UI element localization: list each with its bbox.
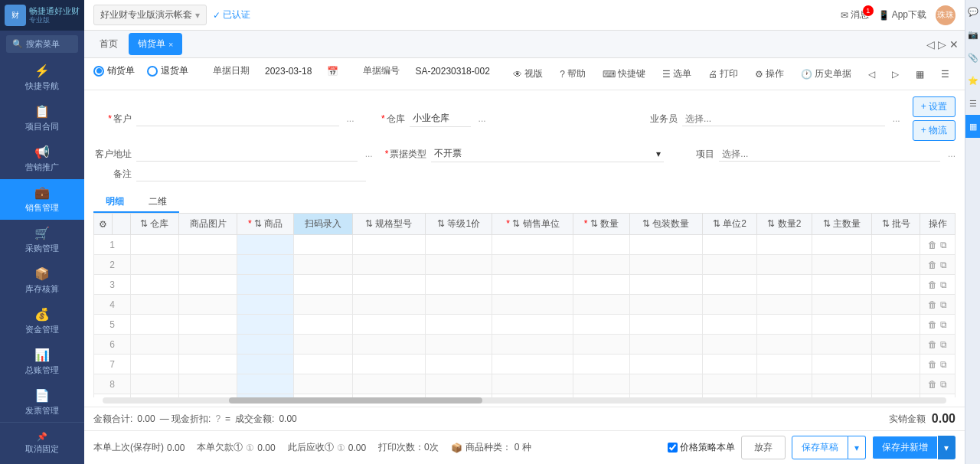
col-settings[interactable]: ⚙ <box>94 214 113 235</box>
table-cell[interactable] <box>702 275 757 295</box>
tab-next-button[interactable]: ▷ <box>938 38 946 51</box>
table-cell[interactable] <box>872 255 920 275</box>
table-cell[interactable] <box>872 275 920 295</box>
customer-input[interactable] <box>136 112 339 126</box>
table-cell[interactable] <box>352 295 425 315</box>
table-cell[interactable] <box>812 275 872 295</box>
tab-close-button[interactable]: ✕ <box>949 38 959 51</box>
table-cell[interactable] <box>492 235 573 255</box>
save-draft-button[interactable]: 保存草稿 <box>792 436 848 459</box>
table-cell[interactable] <box>872 335 920 355</box>
table-cell[interactable] <box>702 355 757 374</box>
table-cell[interactable] <box>352 315 425 335</box>
table-cell[interactable] <box>178 335 237 355</box>
tab-home[interactable]: 首页 <box>90 33 127 55</box>
table-cell[interactable] <box>757 335 812 355</box>
table-cell[interactable] <box>178 255 237 275</box>
company-selector[interactable]: 好业财专业版演示帐套 ▾ <box>93 5 207 25</box>
table-cell[interactable] <box>492 315 573 335</box>
table-cell[interactable] <box>237 355 293 374</box>
message-button[interactable]: ✉ 1 消息 <box>841 8 869 21</box>
sidebar-item-ledger[interactable]: 📊 总账管理 <box>0 341 84 382</box>
table-cell[interactable] <box>425 275 492 295</box>
future-help-icon[interactable]: ① <box>337 443 345 453</box>
right-panel-icon-2[interactable]: 📷 <box>965 23 980 46</box>
table-cell[interactable] <box>702 295 757 315</box>
address-input[interactable] <box>136 147 358 162</box>
table-cell[interactable] <box>573 235 629 255</box>
table-cell[interactable] <box>492 255 573 275</box>
table-cell[interactable] <box>812 315 872 335</box>
right-panel-icon-5[interactable]: ☰ <box>965 92 980 115</box>
table-cell[interactable] <box>178 315 237 335</box>
table-cell[interactable] <box>702 335 757 355</box>
table-cell[interactable] <box>872 315 920 335</box>
user-profile[interactable]: 珠珠 <box>936 5 956 25</box>
tab-2d[interactable]: 二维 <box>136 192 179 213</box>
project-lookup-button[interactable]: ... <box>948 149 956 159</box>
right-panel-icon-4[interactable]: ⭐ <box>965 69 980 92</box>
table-cell[interactable] <box>812 235 872 255</box>
col-unit[interactable]: * ⇅ 销售单位 <box>492 214 573 235</box>
table-cell[interactable] <box>812 255 872 275</box>
app-download-button[interactable]: 📱 App下载 <box>878 8 926 21</box>
table-cell[interactable] <box>573 275 629 295</box>
copy-row-button[interactable]: ⧉ <box>940 359 947 370</box>
table-cell[interactable] <box>492 275 573 295</box>
col-unit2[interactable]: ⇅ 单位2 <box>702 214 757 235</box>
table-cell[interactable] <box>237 374 293 394</box>
copy-row-button[interactable]: ⧉ <box>940 319 947 330</box>
table-cell[interactable] <box>872 355 920 374</box>
sidebar-item-funds[interactable]: 💰 资金管理 <box>0 301 84 341</box>
table-cell[interactable] <box>629 335 702 355</box>
copy-row-button[interactable]: ⧉ <box>940 379 947 390</box>
col-warehouse[interactable]: ⇅ 仓库 <box>131 214 179 235</box>
col-price[interactable]: ⇅ 等级1价 <box>425 214 492 235</box>
right-panel-icon-1[interactable]: 💬 <box>965 0 980 23</box>
delete-row-button[interactable]: 🗑 <box>928 260 937 270</box>
table-cell[interactable] <box>629 235 702 255</box>
table-cell[interactable] <box>425 235 492 255</box>
abandon-button[interactable]: 放弃 <box>741 436 786 459</box>
table-cell[interactable] <box>629 374 702 394</box>
history-button[interactable]: 🕐历史单据 <box>795 65 858 83</box>
table-cell[interactable] <box>352 355 425 374</box>
table-cell[interactable] <box>573 255 629 275</box>
table-cell[interactable] <box>178 374 237 394</box>
tab-detail[interactable]: 明细 <box>93 192 136 213</box>
table-cell[interactable] <box>492 374 573 394</box>
salesperson-input[interactable] <box>682 112 885 126</box>
save-new-arrow-button[interactable]: ▾ <box>938 436 956 459</box>
table-cell[interactable] <box>573 295 629 315</box>
table-cell[interactable] <box>178 355 237 374</box>
radio-sale-order[interactable]: 销货单 <box>93 64 135 77</box>
table-cell[interactable] <box>757 275 812 295</box>
table-cell[interactable] <box>131 355 179 374</box>
sidebar-item-quick-nav[interactable]: ⚡ 快捷导航 <box>0 57 84 98</box>
sidebar-item-sales[interactable]: 💼 销售管理 <box>0 179 84 220</box>
delete-row-button[interactable]: 🗑 <box>928 359 937 370</box>
table-cell[interactable] <box>237 295 293 315</box>
select-button[interactable]: ☰选单 <box>656 65 697 83</box>
delete-row-button[interactable]: 🗑 <box>928 339 937 350</box>
table-cell[interactable] <box>425 374 492 394</box>
table-cell[interactable] <box>178 275 237 295</box>
delete-row-button[interactable]: 🗑 <box>928 240 937 250</box>
col-main-qty[interactable]: ⇅ 主数量 <box>812 214 872 235</box>
table-cell[interactable] <box>573 315 629 335</box>
table-cell[interactable] <box>757 235 812 255</box>
table-cell[interactable] <box>629 255 702 275</box>
operate-button[interactable]: ⚙操作 <box>749 65 790 83</box>
table-cell[interactable] <box>492 335 573 355</box>
table-cell[interactable] <box>492 355 573 374</box>
table-cell[interactable] <box>352 255 425 275</box>
table-cell[interactable] <box>702 235 757 255</box>
delete-row-button[interactable]: 🗑 <box>928 379 937 390</box>
col-pack-qty[interactable]: ⇅ 包装数量 <box>629 214 702 235</box>
setup-button[interactable]: + 设置 <box>913 96 956 117</box>
tab-sales-order[interactable]: 销货单 × <box>129 33 182 55</box>
table-cell[interactable] <box>757 295 812 315</box>
table-cell[interactable] <box>425 335 492 355</box>
table-cell[interactable] <box>237 315 293 335</box>
table-cell[interactable] <box>237 235 293 255</box>
